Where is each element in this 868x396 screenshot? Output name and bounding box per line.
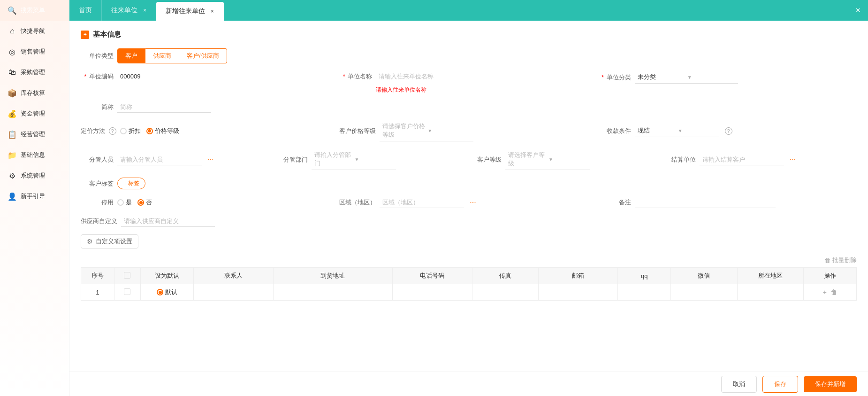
row-qq-input[interactable] [623, 289, 666, 296]
sidebar-item-operations[interactable]: 📋 经营管理 [0, 124, 69, 145]
code-name-cat-row: * 单位编码 * 单位名称 请输入往来单位名称 [81, 71, 857, 94]
disable-no-radio[interactable]: 否 [137, 198, 152, 207]
row-checkbox[interactable] [124, 288, 130, 295]
dept-select[interactable]: 请输入分管部门 ▼ [312, 149, 396, 170]
col-wx: 微信 [671, 268, 737, 284]
add-tag-button[interactable]: + 标签 [117, 178, 145, 189]
pricing-level-radio[interactable]: 价格等级 [146, 127, 179, 135]
region-dots-btn[interactable]: ··· [470, 198, 476, 207]
remark-field: 备注 [598, 197, 857, 208]
check-all-checkbox[interactable] [124, 272, 130, 279]
row-add-btn[interactable]: + [823, 288, 827, 296]
disable-region-row: 停用 是 否 区域（地区） ··· [81, 197, 857, 208]
payment-select[interactable]: 现结 ▼ [635, 124, 719, 137]
region-input[interactable] [380, 197, 464, 208]
col-region: 所在地区 [737, 268, 803, 284]
row-address-cell[interactable] [273, 284, 392, 301]
unit-name-input[interactable] [376, 71, 479, 82]
tab-home[interactable]: 首页 [69, 0, 102, 21]
unit-code-label: * 单位编码 [81, 72, 114, 81]
operations-icon: 📋 [8, 130, 17, 139]
row-wx-input[interactable] [676, 289, 732, 296]
tab-contacts-close[interactable]: × [143, 7, 146, 14]
content-area: ✦ 基本信息 单位类型 客户 供应商 客户/供应商 * 单位编码 [69, 21, 868, 372]
save-button[interactable]: 保存 [762, 376, 798, 393]
sidebar-item-basics[interactable]: 📁 基础信息 [0, 145, 69, 165]
tab-new-contact-close[interactable]: × [211, 8, 214, 15]
type-btn-supplier[interactable]: 供应商 [145, 48, 179, 63]
table-row: 1 默认 [81, 284, 857, 301]
save-and-new-button[interactable]: 保存并新增 [804, 376, 857, 392]
row-address-input[interactable] [278, 289, 388, 296]
customer-price-select[interactable]: 请选择客户价格等级 ▼ [380, 120, 473, 141]
home-icon: ⌂ [8, 26, 17, 36]
row-delete-btn[interactable]: 🗑 [830, 288, 837, 296]
row-default-radio[interactable]: 默认 [145, 288, 189, 296]
window-close-icon[interactable]: × [855, 6, 860, 16]
tab-new-contact[interactable]: 新增往来单位 × [156, 2, 224, 21]
sidebar-item-inventory[interactable]: 📦 库存核算 [0, 83, 69, 103]
basics-icon: 📁 [8, 150, 17, 160]
settlement-input[interactable] [700, 154, 784, 165]
type-btn-both[interactable]: 客户/供应商 [179, 48, 227, 63]
payment-value: 现结 [638, 126, 676, 135]
unit-code-input[interactable] [117, 71, 202, 82]
manager-dots-btn[interactable]: ··· [207, 155, 213, 164]
custom-settings-button[interactable]: ⚙ 自定义项设置 [81, 234, 138, 248]
category-arrow-icon: ▼ [687, 75, 735, 80]
row-region-cell[interactable] [737, 284, 803, 301]
disable-yes-radio[interactable]: 是 [117, 198, 132, 207]
tag-row: 客户标签 + 标签 [81, 178, 857, 189]
unit-type-row: 单位类型 客户 供应商 客户/供应商 [81, 48, 857, 63]
row-email-input[interactable] [543, 289, 613, 296]
row-wx-cell[interactable] [671, 284, 737, 301]
tab-contacts[interactable]: 往来单位 × [102, 0, 156, 21]
sidebar-item-system[interactable]: ⚙ 系统管理 [0, 165, 69, 186]
payment-label: 收款条件 [598, 127, 631, 135]
pricing-discount-radio[interactable]: 折扣 [120, 127, 141, 135]
row-fax-cell[interactable] [472, 284, 538, 301]
short-name-input[interactable] [117, 101, 211, 113]
row-phone-cell[interactable] [392, 284, 472, 301]
price-level-label: 价格等级 [155, 127, 179, 135]
sidebar-item-search[interactable]: 🔍 搜索菜单 [0, 0, 69, 21]
disable-radio-group: 是 否 [117, 198, 152, 207]
region-label: 区域（地区） [339, 198, 376, 207]
row-fax-input[interactable] [477, 289, 533, 296]
sidebar-item-purchase[interactable]: 🛍 采购管理 [0, 62, 69, 83]
row-region-input[interactable] [742, 289, 799, 296]
section-icon: ✦ [81, 31, 89, 39]
settlement-dots-btn[interactable]: ··· [790, 155, 796, 164]
sidebar-item-sales[interactable]: ◎ 销售管理 [0, 41, 69, 62]
sidebar-item-quick-nav[interactable]: ⌂ 快捷导航 [0, 21, 69, 41]
customer-level-select[interactable]: 请选择客户等级 ▼ [505, 149, 590, 170]
row-qq-cell[interactable] [618, 284, 671, 301]
sidebar-item-label: 系统管理 [21, 171, 45, 180]
row-seq: 1 [81, 284, 114, 301]
required-star-cat: * [602, 74, 604, 81]
sidebar-item-newbie[interactable]: 👤 新手引导 [0, 186, 69, 207]
cancel-button[interactable]: 取消 [721, 376, 757, 393]
col-phone: 电话号码 [392, 268, 472, 284]
unit-category-label: * 单位分类 [598, 73, 631, 82]
supplier-custom-input[interactable] [121, 216, 215, 227]
pricing-field: 定价方法 ? 折扣 价格等级 [81, 127, 339, 135]
sidebar-item-label: 新手引导 [21, 192, 45, 201]
payment-help-icon[interactable]: ? [725, 127, 732, 135]
row-phone-input[interactable] [397, 289, 467, 296]
batch-delete-icon: 🗑 [824, 257, 830, 264]
sidebar-item-finance[interactable]: 💰 资金管理 [0, 103, 69, 124]
sidebar-item-label: 资金管理 [21, 109, 45, 118]
row-contact-cell[interactable] [194, 284, 274, 301]
row-email-cell[interactable] [538, 284, 618, 301]
batch-delete-button[interactable]: 🗑 批量删除 [824, 256, 857, 264]
sidebar-item-label: 快捷导航 [21, 27, 45, 35]
col-check-all[interactable] [114, 268, 141, 284]
type-btn-customer[interactable]: 客户 [117, 48, 145, 63]
row-contact-input[interactable] [198, 289, 268, 296]
remark-input[interactable] [635, 197, 776, 208]
pricing-help-icon[interactable]: ? [109, 127, 116, 135]
manager-input[interactable] [117, 154, 202, 165]
unit-category-select[interactable]: 未分类 ▼ [635, 71, 738, 84]
row-checkbox-cell[interactable] [114, 284, 141, 301]
